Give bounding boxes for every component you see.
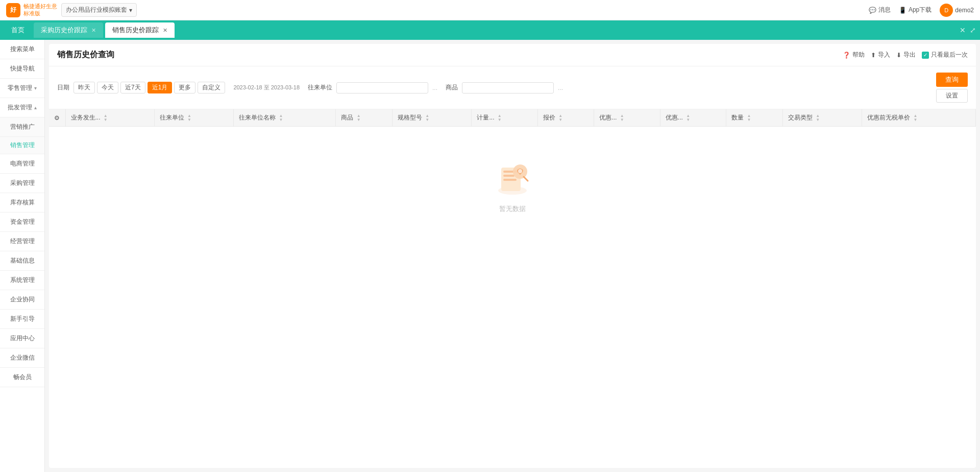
- col-goods[interactable]: 商品 ▲▼: [336, 109, 393, 127]
- empty-state: 暂无数据: [49, 127, 976, 244]
- col-qty[interactable]: 数量 ▲▼: [726, 109, 783, 127]
- col-pretax-price[interactable]: 优惠前无税单价 ▲▼: [862, 109, 976, 127]
- company-selector[interactable]: 办公用品行业模拟账套 ▾: [61, 3, 137, 17]
- header-right: 💬 消息 📱 App下载 D demo2: [869, 4, 974, 17]
- sidebar-item-basic-info[interactable]: 基础信息: [0, 251, 44, 271]
- date-btn-7days[interactable]: 近7天: [120, 82, 145, 93]
- export-btn[interactable]: ⬇ 导出: [896, 51, 916, 59]
- date-range-display: 2023-02-18 至 2023-03-18: [233, 84, 300, 91]
- export-icon: ⬇: [896, 52, 901, 59]
- close-window-btn[interactable]: ✕: [960, 26, 966, 34]
- data-table: ⚙ 业务发生... ▲▼ 往来单位 ▲▼ 往来单位名称: [49, 109, 976, 127]
- sidebar-item-member[interactable]: 畅会员: [0, 368, 44, 387]
- sort-arrows-pretax-price: ▲▼: [914, 114, 918, 122]
- chevron-down-icon: ▾: [34, 85, 37, 91]
- tab-close-sales[interactable]: ✕: [163, 27, 167, 34]
- date-btn-yesterday[interactable]: 昨天: [74, 82, 95, 93]
- col-partner-code[interactable]: 往来单位 ▲▼: [154, 109, 233, 127]
- app-download-btn[interactable]: 📱 App下载: [899, 6, 932, 14]
- chevron-down-icon: ▾: [129, 7, 132, 14]
- sort-arrows-quote: ▲▼: [558, 114, 562, 122]
- maximize-window-btn[interactable]: ⤢: [970, 26, 976, 34]
- col-biz-date[interactable]: 业务发生... ▲▼: [65, 109, 154, 127]
- col-partner-name[interactable]: 往来单位名称 ▲▼: [234, 109, 336, 127]
- col-settings[interactable]: ⚙: [49, 109, 65, 127]
- settings-button[interactable]: 设置: [936, 89, 968, 103]
- sidebar-item-ecom-mgmt[interactable]: 电商管理: [0, 154, 44, 174]
- user-menu[interactable]: D demo2: [940, 4, 974, 17]
- filter-date-row: 日期 昨天 今天 近7天 近1月 更多 自定义: [57, 82, 225, 93]
- goods-ellipsis[interactable]: ...: [558, 84, 563, 91]
- sort-arrows-trade-type: ▲▼: [816, 114, 820, 122]
- col-spec[interactable]: 规格型号 ▲▼: [393, 109, 472, 127]
- col-quote[interactable]: 报价 ▲▼: [537, 109, 594, 127]
- col-discount2[interactable]: 优惠... ▲▼: [660, 109, 726, 127]
- sidebar-item-enterprise-collab[interactable]: 企业协同: [0, 290, 44, 310]
- partner-ellipsis[interactable]: ...: [432, 84, 437, 91]
- sidebar-item-search-menu[interactable]: 搜索菜单: [0, 40, 44, 59]
- tab-purchase-history[interactable]: 采购历史价跟踪 ✕: [34, 22, 103, 38]
- tab-close-purchase[interactable]: ✕: [91, 27, 96, 34]
- filter-goods-row: 商品 ...: [446, 82, 563, 93]
- tab-home[interactable]: 首页: [4, 22, 32, 38]
- top-header: 好 畅捷通好生意 标准版 办公用品行业模拟账套 ▾ 💬 消息 📱 App下载 D…: [0, 0, 980, 20]
- only-latest-checkbox[interactable]: ✓ 只看最后一次: [922, 51, 968, 59]
- logo-text: 畅捷通好生意 标准版: [23, 3, 57, 16]
- sort-arrows-goods: ▲▼: [357, 114, 361, 122]
- date-btn-today[interactable]: 今天: [97, 82, 118, 93]
- sort-arrows-partner: ▲▼: [187, 114, 191, 122]
- date-range-text: 2023-02-18 至 2023-03-18: [233, 84, 300, 91]
- sidebar-item-ops-mgmt[interactable]: 经营管理: [0, 232, 44, 251]
- col-discount1[interactable]: 优惠... ▲▼: [594, 109, 660, 127]
- table-header-row: ⚙ 业务发生... ▲▼ 往来单位 ▲▼ 往来单位名称: [49, 109, 976, 127]
- title-actions: ❓ 帮助 ⬆ 导入 ⬇ 导出 ✓ 只看最后一次: [843, 51, 968, 59]
- sidebar-item-wholesale-mgmt[interactable]: 批发管理 ▴: [0, 98, 44, 117]
- partner-input[interactable]: [336, 82, 428, 93]
- download-icon: 📱: [899, 7, 906, 14]
- sort-arrows-partner-name: ▲▼: [279, 114, 283, 122]
- gear-icon: ⚙: [54, 114, 60, 122]
- sidebar-item-system-mgmt[interactable]: 系统管理: [0, 271, 44, 290]
- filter-area: 日期 昨天 今天 近7天 近1月 更多 自定义 2023-02-18 至 202…: [49, 66, 976, 109]
- col-trade-type[interactable]: 交易类型 ▲▼: [782, 109, 862, 127]
- content-area: 销售历史价查询 ❓ 帮助 ⬆ 导入 ⬇ 导出 ✓: [45, 40, 980, 472]
- logo-icon: 好: [6, 3, 20, 17]
- sidebar-item-sales-mgmt[interactable]: 销售管理: [0, 137, 44, 154]
- help-btn[interactable]: ❓ 帮助: [843, 51, 865, 59]
- sidebar-item-inventory[interactable]: 库存核算: [0, 193, 44, 213]
- chevron-up-icon: ▴: [34, 105, 37, 110]
- filter-right-buttons: 查询 设置: [936, 73, 968, 103]
- import-btn[interactable]: ⬆ 导入: [871, 51, 890, 59]
- sort-arrows-unit: ▲▼: [498, 114, 502, 122]
- import-icon: ⬆: [871, 52, 876, 59]
- goods-filter-label: 商品: [446, 83, 458, 92]
- sort-arrows-discount1: ▲▼: [620, 114, 624, 122]
- page-title-bar: 销售历史价查询 ❓ 帮助 ⬆ 导入 ⬇ 导出 ✓: [49, 44, 976, 66]
- col-unit[interactable]: 计量... ▲▼: [472, 109, 537, 127]
- sort-arrows-spec: ▲▼: [425, 114, 429, 122]
- date-buttons: 昨天 今天 近7天 近1月 更多 自定义: [74, 82, 225, 93]
- date-btn-1month[interactable]: 近1月: [148, 82, 173, 93]
- date-btn-custom[interactable]: 自定义: [198, 82, 225, 93]
- checkbox-checked-icon: ✓: [922, 52, 929, 59]
- sidebar-item-app-center[interactable]: 应用中心: [0, 329, 44, 348]
- sort-arrows-qty: ▲▼: [747, 114, 751, 122]
- sidebar-item-marketing[interactable]: 营销推广: [0, 117, 44, 137]
- sort-arrows-discount2: ▲▼: [686, 114, 690, 122]
- avatar: D: [940, 4, 953, 17]
- sidebar-item-finance-mgmt[interactable]: 资金管理: [0, 213, 44, 232]
- sort-arrows-biz-date: ▲▼: [104, 114, 108, 122]
- partner-filter-label: 往来单位: [308, 83, 332, 92]
- message-btn[interactable]: 💬 消息: [869, 6, 891, 14]
- main-layout: 搜索菜单 快捷导航 零售管理 ▾ 批发管理 ▴ 营销推广 销售管理 电商管理 采…: [0, 40, 980, 472]
- sidebar-item-retail-mgmt[interactable]: 零售管理 ▾: [0, 79, 44, 98]
- tab-sales-history[interactable]: 销售历史价跟踪 ✕: [105, 22, 175, 38]
- sidebar-item-enterprise-wechat[interactable]: 企业微信: [0, 348, 44, 368]
- sidebar-item-purchase-mgmt[interactable]: 采购管理: [0, 174, 44, 193]
- goods-input[interactable]: [462, 82, 554, 93]
- sidebar: 搜索菜单 快捷导航 零售管理 ▾ 批发管理 ▴ 营销推广 销售管理 电商管理 采…: [0, 40, 45, 472]
- date-btn-more[interactable]: 更多: [174, 82, 195, 93]
- sidebar-item-beginner-guide[interactable]: 新手引导: [0, 310, 44, 329]
- sidebar-item-quick-nav[interactable]: 快捷导航: [0, 59, 44, 79]
- query-button[interactable]: 查询: [936, 73, 968, 87]
